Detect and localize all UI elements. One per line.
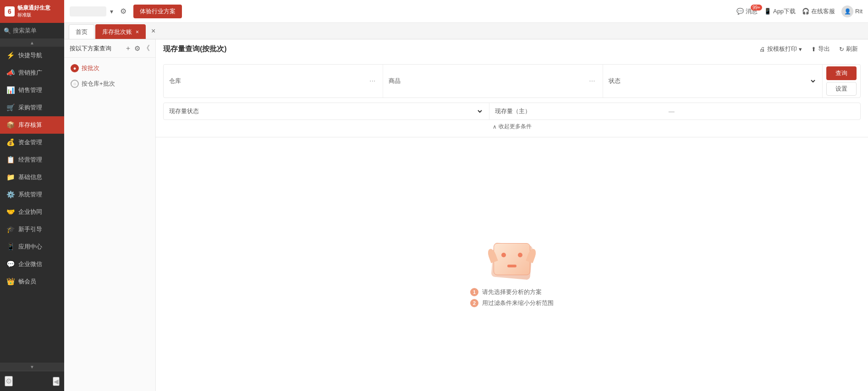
status-select[interactable] [624, 74, 817, 88]
nav-label: 应用中心 [18, 243, 42, 251]
export-icon: ⬆ [811, 46, 816, 53]
panel-collapse-button[interactable]: 《 [143, 44, 150, 53]
query-button[interactable]: 查询 [826, 66, 857, 80]
collapse-more-button[interactable]: ∧ 收起更多条件 [163, 120, 861, 131]
left-panel-header: 按以下方案查询 ＋ ⚙ 《 [64, 39, 155, 58]
message-icon: 💬 [736, 8, 744, 15]
search-label: 搜索菜单 [13, 27, 37, 35]
tab-bar: 首页 库存批次账 × × [64, 23, 868, 39]
sidebar-item-purchase[interactable]: 🛒 采购管理 [0, 99, 64, 116]
apps-icon: 📱 [6, 243, 15, 251]
warehouse-more-button[interactable]: ··· [368, 77, 377, 85]
nav-label: 库存核算 [18, 121, 42, 129]
breadcrumb-dropdown[interactable]: ▾ [110, 8, 113, 15]
stock-amount-from[interactable] [534, 104, 665, 118]
warehouse-label: 仓库 [169, 77, 181, 85]
wechat-icon: 💬 [6, 260, 15, 268]
sidebar-item-finance[interactable]: 💰 资金管理 [0, 134, 64, 151]
header-actions: 🖨 按模板打印 ▾ ⬆ 导出 ↻ 刷新 [757, 43, 861, 55]
hint-text-2: 用过滤条件来缩小分析范围 [482, 299, 554, 307]
sidebar-collapse-button[interactable]: ◀ [53, 377, 60, 386]
empty-state: 1 请先选择要分析的方案 2 用过滤条件来缩小分析范围 [156, 137, 868, 391]
tab-close-button[interactable]: × [136, 29, 139, 35]
search-icon: 🔍 [4, 27, 11, 34]
user-profile-item[interactable]: 👤 Rit [841, 5, 863, 17]
export-label: 导出 [818, 45, 830, 53]
user-avatar: 👤 [841, 5, 853, 17]
status-label: 状态 [609, 77, 621, 85]
collapse-more-label: 收起更多条件 [499, 123, 532, 130]
sidebar-search[interactable]: 🔍 搜索菜单 [0, 23, 64, 38]
product-label: 商品 [389, 77, 401, 85]
nav-label: 采购管理 [18, 103, 42, 112]
top-bar-right: 💬 消息 99+ 📱 App下载 🎧 在线客服 👤 Rit [736, 5, 863, 17]
phone-icon: 📱 [764, 8, 771, 15]
app-download-item[interactable]: 📱 App下载 [764, 7, 796, 16]
stock-status-select[interactable] [203, 104, 483, 118]
hint-num-1: 1 [470, 288, 478, 296]
hint-2: 2 用过滤条件来缩小分析范围 [470, 299, 554, 307]
plan-item-by-warehouse-batch[interactable]: ○ 按仓库+批次 [64, 76, 155, 92]
stock-amount-label: 现存量（主） [495, 107, 531, 115]
sidebar-item-inventory[interactable]: 📦 库存核算 [0, 116, 64, 134]
product-input[interactable] [404, 74, 587, 88]
quick-nav-icon: ⚡ [6, 51, 15, 60]
set-button[interactable]: 设置 [826, 82, 857, 96]
nav-label: 资金管理 [18, 138, 42, 147]
page-title: 现存量查询(按批次) [163, 44, 227, 54]
gear-icon: ⚙ [120, 7, 126, 16]
sidebar-item-collab[interactable]: 🤝 企业协同 [0, 203, 64, 221]
settings-button[interactable]: ⚙ [5, 376, 13, 386]
sidebar-item-member[interactable]: 👑 畅会员 [0, 273, 64, 290]
sales-icon: 📊 [6, 86, 15, 94]
sidebar-scroll-up[interactable]: ▲ [0, 38, 64, 47]
stock-amount-to[interactable] [678, 104, 809, 118]
system-icon: ⚙️ [6, 190, 15, 199]
warehouse-input[interactable] [185, 74, 368, 88]
sidebar-item-apps[interactable]: 📱 应用中心 [0, 238, 64, 255]
product-more-button[interactable]: ··· [587, 77, 597, 85]
top-bar: ▾ ⚙ 体验行业方案 💬 消息 99+ 📱 App下载 🎧 在线客服 👤 [64, 0, 868, 23]
nav-label: 系统管理 [18, 190, 42, 199]
export-button[interactable]: ⬆ 导出 [808, 43, 833, 55]
sidebar-nav: ⚡ 快捷导航 📣 营销推广 📊 销售管理 🛒 采购管理 📦 库存核算 💰 资金管… [0, 47, 64, 363]
tab-inventory-batch[interactable]: 库存批次账 × [95, 24, 146, 39]
experience-button[interactable]: 体验行业方案 [133, 5, 182, 18]
plan-settings-button[interactable]: ⚙ [134, 44, 140, 53]
nav-label: 新手引导 [18, 225, 42, 234]
app-logo: 6 [5, 6, 15, 16]
add-plan-button[interactable]: ＋ [125, 44, 132, 53]
collab-icon: 🤝 [6, 208, 15, 216]
breadcrumb-input[interactable] [70, 6, 106, 16]
sidebar-item-basic[interactable]: 📁 基础信息 [0, 168, 64, 186]
sidebar-item-operations[interactable]: 📋 经营管理 [0, 151, 64, 168]
sidebar-item-quick-nav[interactable]: ⚡ 快捷导航 [0, 47, 64, 64]
online-service-label: 在线客服 [811, 7, 835, 16]
online-service-item[interactable]: 🎧 在线客服 [802, 7, 835, 16]
sidebar-item-marketing[interactable]: 📣 营销推广 [0, 64, 64, 81]
tab-label: 首页 [76, 28, 88, 36]
inventory-icon: 📦 [6, 121, 15, 129]
refresh-button[interactable]: ↻ 刷新 [836, 43, 861, 55]
messages-item[interactable]: 💬 消息 99+ [736, 7, 758, 16]
nav-label: 快捷导航 [18, 51, 42, 60]
plan-list: ● 按批次 ○ 按仓库+批次 [64, 58, 155, 391]
topbar-settings-button[interactable]: ⚙ [117, 5, 130, 18]
basic-icon: 📁 [6, 173, 15, 181]
tab-home[interactable]: 首页 [69, 24, 94, 39]
sidebar-item-wechat[interactable]: 💬 企业微信 [0, 255, 64, 273]
content-area: 按以下方案查询 ＋ ⚙ 《 ● 按批次 [64, 39, 868, 391]
sidebar-header: 6 畅康通好生意 标准版 [0, 0, 64, 23]
sidebar-item-newbie[interactable]: 🎓 新手引导 [0, 221, 64, 238]
print-button[interactable]: 🖨 按模板打印 ▾ [757, 43, 805, 55]
plan-item-by-batch[interactable]: ● 按批次 [64, 60, 155, 76]
stock-amount-dash: — [665, 108, 678, 115]
sidebar-scroll-down[interactable]: ▼ [0, 363, 64, 371]
app-edition: 标准版 [17, 12, 50, 18]
nav-label: 营销推广 [18, 69, 42, 77]
sidebar-item-sales[interactable]: 📊 销售管理 [0, 81, 64, 99]
marketing-icon: 📣 [6, 69, 15, 77]
message-badge: 99+ [751, 5, 762, 11]
sidebar-item-system[interactable]: ⚙️ 系统管理 [0, 186, 64, 203]
tab-end-close-button[interactable]: × [151, 27, 155, 35]
